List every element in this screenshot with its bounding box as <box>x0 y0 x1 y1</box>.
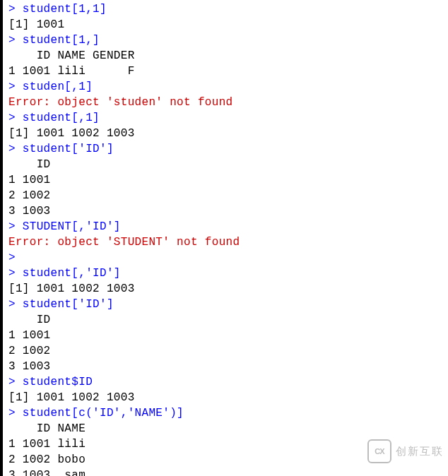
console-line: ID NAME <box>8 421 448 436</box>
console-line: [1] 1001 1002 1003 <box>8 390 448 405</box>
console-line: 1 1001 lili F <box>8 64 448 79</box>
output-text: 2 1002 bobo <box>8 453 86 466</box>
output-text: ID NAME <box>8 422 86 435</box>
r-console-output: > student[1,1][1] 1001> student[1,] ID N… <box>8 1 448 476</box>
input-code: student[1,] <box>23 34 100 47</box>
output-text: 3 1003 <box>8 360 51 373</box>
prompt-symbol: > <box>8 143 23 155</box>
console-line: > student[1,1] <box>8 1 448 17</box>
prompt-symbol: > <box>8 407 23 420</box>
console-line: 1 1001 <box>8 172 448 188</box>
input-code: student[,'ID'] <box>23 267 121 280</box>
console-line: > studen[,1] <box>8 79 448 95</box>
output-text: 1 1001 lili F <box>8 65 135 78</box>
input-code: studen[,1] <box>23 81 93 93</box>
console-line: [1] 1001 <box>8 17 448 32</box>
console-line: 3 1003 <box>8 203 448 219</box>
output-text: ID NAME GENDER <box>8 49 135 62</box>
console-line: > student[,1] <box>8 110 448 126</box>
output-text: ID <box>8 158 51 171</box>
console-line: > student[,'ID'] <box>8 266 448 281</box>
console-line: ID <box>8 157 448 172</box>
input-code: student[,1] <box>23 112 100 124</box>
console-line: 3 1003 sam <box>8 468 448 476</box>
console-line: > <box>8 250 448 266</box>
output-text: 3 1003 sam <box>8 469 86 476</box>
output-text: [1] 1001 1002 1003 <box>8 282 135 295</box>
prompt-symbol: > <box>8 298 23 311</box>
watermark-label: 创新互联 <box>396 444 444 459</box>
console-line: ID NAME GENDER <box>8 48 448 64</box>
prompt-symbol: > <box>8 34 23 47</box>
output-text: 1 1001 <box>8 329 51 342</box>
input-code: student['ID'] <box>23 298 114 311</box>
console-line: > student$ID <box>8 374 448 390</box>
output-text: 2 1002 <box>8 345 51 357</box>
input-code: student['ID'] <box>23 143 114 155</box>
console-line: [1] 1001 1002 1003 <box>8 281 448 297</box>
watermark: CX 创新互联 <box>363 436 448 466</box>
console-line: [1] 1001 1002 1003 <box>8 126 448 141</box>
prompt-symbol: > <box>8 3 23 16</box>
output-text: 2 1002 <box>8 189 51 202</box>
prompt-symbol: > <box>8 112 23 124</box>
console-line: Error: object 'STUDENT' not found <box>8 234 448 250</box>
output-text: 1 1001 lili <box>8 438 86 451</box>
console-line: 2 1002 <box>8 343 448 359</box>
console-line: > STUDENT[,'ID'] <box>8 219 448 234</box>
error-text: Error: object 'STUDENT' not found <box>8 236 240 249</box>
output-text: 3 1003 <box>8 205 51 218</box>
console-line: > student['ID'] <box>8 297 448 312</box>
output-text: [1] 1001 1002 1003 <box>8 391 135 404</box>
watermark-logo: CX <box>367 439 391 463</box>
console-line: 1 1001 <box>8 328 448 343</box>
console-line: ID <box>8 312 448 328</box>
watermark-logo-text: CX <box>375 444 384 459</box>
prompt-symbol: > <box>8 251 23 264</box>
input-code: student$ID <box>23 376 93 388</box>
error-text: Error: object 'studen' not found <box>8 96 233 109</box>
console-line: > student[c('ID','NAME')] <box>8 405 448 421</box>
prompt-symbol: > <box>8 376 23 388</box>
prompt-symbol: > <box>8 267 23 280</box>
input-code: student[1,1] <box>23 3 107 16</box>
output-text: [1] 1001 1002 1003 <box>8 127 135 140</box>
input-code: STUDENT[,'ID'] <box>23 220 121 233</box>
output-text: 1 1001 <box>8 174 51 186</box>
prompt-symbol: > <box>8 81 23 93</box>
console-line: > student[1,] <box>8 32 448 48</box>
console-line: Error: object 'studen' not found <box>8 95 448 110</box>
console-line: 3 1003 <box>8 359 448 374</box>
console-line: > student['ID'] <box>8 141 448 157</box>
input-code: student[c('ID','NAME')] <box>23 407 184 420</box>
console-line: 2 1002 <box>8 188 448 203</box>
output-text: ID <box>8 314 51 326</box>
prompt-symbol: > <box>8 220 23 233</box>
output-text: [1] 1001 <box>8 18 64 31</box>
